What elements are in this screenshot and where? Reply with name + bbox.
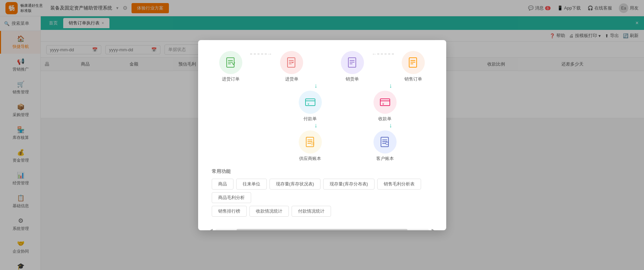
payment-bill-circle: ¥ [299,91,322,114]
arrow-sb-down: ↓ [361,82,409,89]
func-btn-sales-margin[interactable]: 销售毛利分析表 [377,179,421,190]
supplier-account-circle [299,130,322,154]
common-functions-section: 常用功能 商品 往来单位 现存量(库存状况表) 现存量(库存分布表) 销售毛利分… [212,168,433,217]
payment-bill-label: 付款单 [303,116,317,122]
arrow-pb-down: ↓ [286,82,334,89]
purchase-bill-circle [280,51,303,74]
func-btn-goods-margin[interactable]: 商品毛利分析 [212,192,251,203]
flow-row-arrows: ↓ ↓ [212,82,433,89]
svg-text:¥: ¥ [307,102,310,106]
svg-rect-16 [306,99,315,106]
modal-dialog: 进货订单 → [198,40,446,230]
purchase-order-icon [225,56,237,69]
sales-bill-circle [341,51,364,74]
payment-bill-icon: ¥ [304,96,316,108]
modal-scrollbar-thumb [237,229,407,230]
purchase-bill-icon [285,56,298,69]
func-btn-sales-rank[interactable]: 销售排行榜 [212,206,247,217]
customer-account-node[interactable]: 客户账本 [361,130,409,162]
svg-rect-19 [380,99,390,106]
purchase-order-label: 进货订单 [222,76,240,82]
receipt-bill-label: 收款单 [378,116,391,122]
svg-point-31 [386,142,388,145]
arrow-receipt-down: ↓ [361,122,409,129]
arrow-so-to-sb: ← [372,51,394,65]
flow-row-arrows2: ↓ ↓ [212,122,433,129]
supplier-account-node[interactable]: 供应商账本 [286,130,334,162]
receipt-bill-circle: ¥ [373,91,397,114]
purchase-bill-label: 进货单 [285,76,298,82]
modal-content: 进货订单 → [198,40,446,228]
customer-account-circle [373,130,397,154]
common-functions-title: 常用功能 [212,168,433,175]
func-btn-stock-status[interactable]: 现存量(库存状况表) [269,179,321,190]
purchase-order-circle [219,51,242,74]
scroll-left-button[interactable]: ◀ [209,228,213,230]
sales-order-label: 销售订单 [404,76,422,82]
receipt-bill-node[interactable]: ¥ 收款单 [361,91,409,122]
customer-account-label: 客户账本 [376,156,394,162]
supplier-account-icon [304,136,316,148]
func-btn-goods[interactable]: 商品 [212,179,233,190]
func-btn-stock-dist[interactable]: 现存量(库存分布表) [323,179,375,190]
sales-order-icon [407,56,419,69]
purchase-bill-node[interactable]: 进货单 [272,51,311,82]
supplier-account-label: 供应商账本 [299,156,321,162]
arrow-po-to-pb: → [250,51,272,65]
sales-bill-label: 销货单 [346,76,359,82]
function-buttons-row1: 商品 往来单位 现存量(库存状况表) 现存量(库存分布表) 销售毛利分析表 商品… [212,179,433,203]
func-btn-partners[interactable]: 往来单位 [236,179,267,190]
flow-row-3: 供应商账本 [212,130,433,162]
function-buttons-row2: 销售排行榜 收款情况统计 付款情况统计 [212,206,433,217]
receipt-bill-icon: ¥ [379,96,391,108]
payment-bill-node[interactable]: ¥ 付款单 [286,91,334,122]
customer-account-icon [379,136,391,148]
flow-row-2: ¥ 付款单 ¥ [212,91,433,122]
scroll-right-button[interactable]: ▶ [432,228,435,230]
flow-diagram: 进货订单 → [212,51,433,162]
sales-order-circle [402,51,425,74]
modal-scrollbar[interactable] [215,229,429,230]
svg-rect-26 [311,142,314,145]
func-btn-receipt-stats[interactable]: 收款情况统计 [249,206,289,217]
sales-bill-icon [346,56,359,69]
purchase-order-node[interactable]: 进货订单 [212,51,250,82]
svg-text:¥: ¥ [382,102,384,106]
flow-row-1: 进货订单 → [212,51,433,82]
modal-overlay[interactable]: 进货订单 → [0,0,644,270]
sales-order-node[interactable]: 销售订单 [394,51,433,82]
arrow-payment-down: ↓ [286,122,334,129]
func-btn-payment-stats[interactable]: 付款情况统计 [292,206,331,217]
sales-bill-node[interactable]: 销货单 [333,51,372,82]
modal-scrollbar-row: ◀ ▶ [198,228,446,230]
